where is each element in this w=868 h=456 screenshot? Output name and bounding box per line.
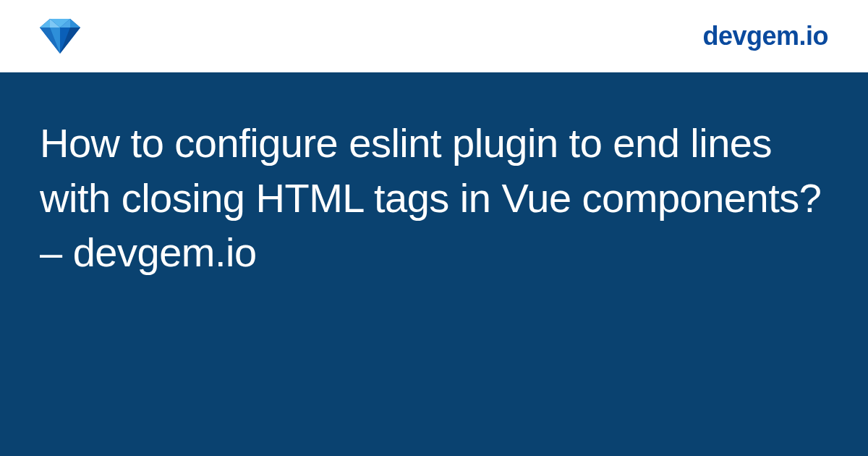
brand-name: devgem.io	[702, 21, 828, 51]
page-title: How to configure eslint plugin to end li…	[40, 116, 828, 280]
header: devgem.io	[0, 0, 868, 72]
svg-marker-1	[40, 19, 50, 28]
gem-icon	[40, 16, 80, 56]
svg-marker-4	[70, 19, 80, 28]
content-area: How to configure eslint plugin to end li…	[0, 72, 868, 456]
